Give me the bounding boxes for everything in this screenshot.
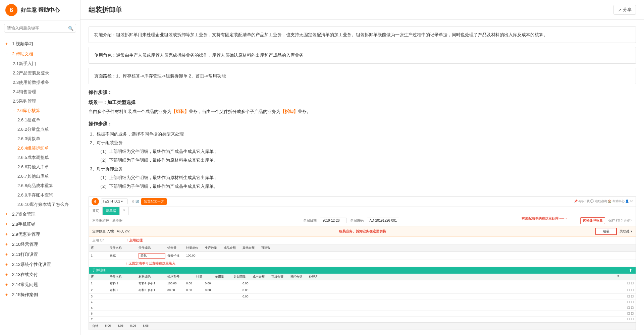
main-area: 组装拆卸单 ↗ 分享 功能介绍：组装拆卸单用来处理企业组装或拆卸等加工业务，支持… [80,0,644,335]
fake-lower-row-2: 2 布料 2 布料2+(/-)+1 30.00 0.00 0.00 0.00 ☐… [89,287,636,294]
fake-num-label: 单据编码 [350,218,364,223]
share-label: 分享 [623,7,632,13]
sidebar-item-2-7[interactable]: + 2.7资金管理 [0,209,80,219]
step-2-sub-1: （1）上部明细为父件明细，最终作为产成品生成其它入库单； [90,147,636,156]
fake-enable-label: 启用 On [92,238,104,243]
plus-icon-2-14: + [5,282,10,287]
sidebar-item-2-14[interactable]: + 2.14常见问题 [0,280,80,290]
sidebar-item-1-row[interactable]: + 1.视频学习 [0,39,80,49]
screenshot-container: 6 TEST-H002 ▾ ⚙ 🔄 预置配套一方 📌 App下载 💬 在线咨询 … [89,196,636,330]
brand-name: 好生意 帮助中心 [21,7,60,14]
fake-topbar: 6 TEST-H002 ▾ ⚙ 🔄 预置配套一方 📌 App下载 💬 在线咨询 … [89,197,636,207]
sidebar-item-2-5[interactable]: 2.5采购管理 [0,97,80,106]
fake-lower-row-6: 6 ☐ ☐ [89,311,636,317]
fake-count-val: 46人 2/2 [117,229,130,234]
fake-lower-row-5: 5 ☐ ☐ [89,305,636,311]
plus-icon-2-12: + [5,262,10,267]
step-2-sub-2: （2）下部明细为子件明细，最终作为原材料生成其它出库单。 [90,156,636,165]
search-input[interactable] [4,24,76,33]
intro-text: 功能介绍：组装拆卸单用来处理企业组装或拆卸等加工业务，支持有固定装配清单的产品加… [94,32,548,37]
step-3-sub-1: （1）上部明细为父件明细，最终作为原材料生成其它出库单； [90,173,636,182]
fake-type-input: 组装 [595,228,617,235]
sidebar-item-2-6-1[interactable]: 2.6.1盘点单 [0,115,80,125]
fake-date-label: 单据日期 [303,218,317,223]
sidebar-item-1: + 1.视频学习 [0,39,80,49]
path-text: 页面路径：1、库存核算->库存管理->组装拆卸单 2、首页->常用功能 [94,73,226,78]
step-2: 2、对于组装业务 [90,138,636,147]
minus-icon-2: − [5,52,10,56]
fake-annotation-row: ↑ 无固定清单可以直接在这里录入 [89,260,636,267]
step-3-sub-2: （2）下部明细为子件明细，最终作为产成品生成其它入库单。 [90,182,636,191]
plus-icon-2-15: + [5,292,10,297]
plus-icon-2-13: + [5,272,10,277]
sidebar-item-2-6-6[interactable]: 2.6.6其他入库单 [0,162,80,172]
sidebar-item-2-4[interactable]: 2.4销售管理 [0,87,80,97]
sidebar-item-2-2[interactable]: 2.2产品安装及登录 [0,68,80,78]
fake-date-input: 2019-12-26 [320,218,347,223]
sidebar-item-2-3[interactable]: 2.3使用前数据准备 [0,78,80,87]
fake-tab-close: × [120,207,129,215]
sidebar-item-2-6-2[interactable]: 2.6.2分量盘点单 [0,125,80,134]
fake-form-label2: 新单据 [112,218,122,223]
plus-icon-2-11: + [5,252,10,257]
fake-tab-home: 首页 [89,207,103,215]
sidebar-item-2-label: 2.帮助文档 [12,51,33,57]
fake-teal-bar: 子件明细 ⬆ [89,267,636,274]
sidebar-item-2-11[interactable]: + 2.11打印设置 [0,249,80,260]
sidebar-item-2-1[interactable]: 2.1新手入门 [0,59,80,68]
sidebar-item-2-12[interactable]: + 2.12系统个性化设置 [0,260,80,270]
sidebar-item-2-6-7[interactable]: 2.6.7其他出库单 [0,172,80,181]
fake-bottom-bar: 合计 8.06 8.06 8.06 8.06 [89,322,636,330]
sidebar-item-2-row[interactable]: − 2.帮助文档 [0,49,80,59]
annotation-label-4: ↑ 启用处理 [126,238,143,243]
sidebar-item-2: − 2.帮助文档 2.1新手入门 2.2产品安装及登录 2.3使用前数据准备 2… [0,49,80,209]
main-header: 组装拆卸单 ↗ 分享 [80,0,644,20]
sidebar-item-2-10[interactable]: + 2.10经营管理 [0,239,80,249]
plus-icon-2-7: + [5,212,10,217]
sidebar-item-2-6[interactable]: − 2.6库存核算 [0,106,80,115]
fake-upper-header: 序 父件名称 父件编码 销售量 计量单位 生产数量 成品金额 其他金额 可建数 [89,244,636,252]
main-content: 功能介绍：组装拆卸单用来处理企业组装或拆卸等加工业务，支持有固定装配清单的产品加… [80,20,644,335]
fake-tab-bar: 首页 新单据 × [89,207,636,215]
fake-form-label1: 本单据维护 [92,218,109,223]
search-area: 🔍 [0,20,80,36]
fake-count-label: 父件数量 入/出 [92,229,114,234]
share-button[interactable]: ↗ 分享 [613,5,636,15]
fake-logo: 6 [92,198,99,205]
ops-title-2: 操作步骤： [89,121,636,127]
sidebar-item-2-9[interactable]: + 2.9优惠券管理 [0,229,80,239]
fake-tab-new: 新单据 [103,207,120,215]
fake-lower-header: 序 子件名称 材料编码 规格型号 计量 单用量 计划用量 成本金额 审核金额 损… [89,274,636,280]
sidebar-item-2-13[interactable]: + 2.13在线支付 [0,270,80,280]
fake-annotation-btn1: 选择处理标量 [580,217,605,224]
scene1-title: 场景一：加工类型选择 [89,100,636,106]
sidebar-header: 6 好生意 帮助中心 [0,0,80,20]
fake-orange-btn: 预置配套一方 [141,198,167,205]
steps-list: 1、根据不同的业务，选择不同单据的类型来处理 2、对于组装业务 （1）上部明细为… [89,130,636,191]
sidebar-item-2-8[interactable]: + 2.8手机旺铺 [0,219,80,229]
sidebar-item-2-6-4[interactable]: 2.6.4组装拆卸单 [0,144,80,153]
fake-lower-row-1: 1 布料 1 布料1+(/-)+1 100.00 0.00 0.00 0.00 … [89,280,636,287]
sidebar-item-2-6-5[interactable]: 2.6.5成本调整单 [0,153,80,162]
sidebar-item-1-label: 1.视频学习 [12,41,33,47]
fake-num-input: AD-20191226-001 [367,218,399,223]
ops-title: 操作步骤： [89,90,636,96]
fake-lower-row-3: 3 0.00 ☐ ☐ [89,294,636,299]
path-block: 页面路径：1、库存核算->库存管理->组装拆卸单 2、首页->常用功能 [89,68,636,84]
fake-type-actions: 关联处 ▾ [620,229,632,234]
fake-lower-row-7: 7 ☐ ☐ [89,317,636,322]
plus-icon-1: + [5,42,10,46]
sidebar-item-2-6-3[interactable]: 2.6.3调拨单 [0,134,80,144]
annotation-label-5: ↑ 无固定清单可以直接在这里录入 [126,262,175,265]
page-title: 组装拆卸单 [89,5,122,14]
plus-icon-2-10: + [5,242,10,247]
scene1-desc: 当由多个子件材料组装成一个成品的业务为【组装】业务，当由一个父件拆分成多个子产品… [89,108,636,115]
fake-type-row: 父件数量 入/出 46人 2/2 组装业务、拆卸业务在这里切换 组装 关联处 ▾ [89,226,636,237]
role-text: 使用角色：通常由生产人员或库管人员完成拆装业务的操作，库管人员确认原材料的出库和… [94,53,304,58]
search-icon: 🔍 [68,26,73,31]
annotation-label-1: 有装配清单的在这里处理 ──→ [521,216,569,221]
sidebar-item-2-6-8[interactable]: 2.6.8商品成本重算 [0,181,80,190]
sidebar-item-2-6-10[interactable]: 2.6.10库存账本错了怎么办 [0,200,80,209]
sidebar-item-2-6-9[interactable]: 2.6.9库存账本查询 [0,190,80,200]
sidebar-item-2-15[interactable]: + 2.15操作案例 [0,290,80,300]
